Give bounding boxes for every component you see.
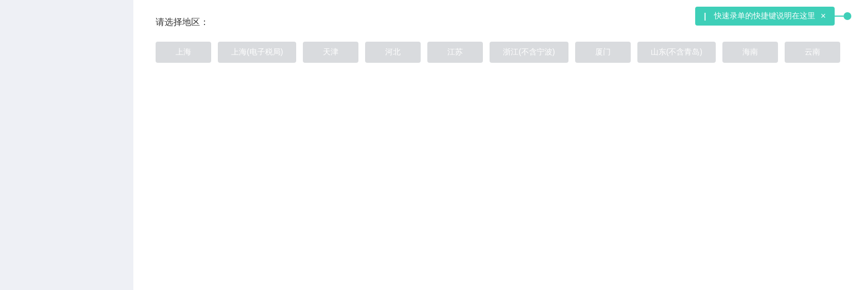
region-button-yunnan[interactable]: 云南 bbox=[785, 42, 840, 63]
region-button-zhejiang[interactable]: 浙江(不含宁波) bbox=[490, 42, 568, 63]
region-button-xiamen[interactable]: 厦门 bbox=[575, 42, 631, 63]
region-buttons: 上海上海(电子税局)天津河北江苏浙江(不含宁波)厦门山东(不含青岛)海南云南 bbox=[156, 42, 846, 63]
region-button-tianjin[interactable]: 天津 bbox=[303, 42, 358, 63]
region-button-shanghai[interactable]: 上海 bbox=[156, 42, 211, 63]
region-button-hebei[interactable]: 河北 bbox=[365, 42, 421, 63]
region-button-hainan[interactable]: 海南 bbox=[722, 42, 778, 63]
region-button-shandong[interactable]: 山东(不含青岛) bbox=[637, 42, 716, 63]
region-button-shanghai-etax[interactable]: 上海(电子税局) bbox=[218, 42, 296, 63]
tooltip-banner: 快速录单的快捷键说明在这里 × bbox=[695, 7, 835, 26]
sidebar bbox=[0, 0, 133, 290]
tooltip-text: 快速录单的快捷键说明在这里 bbox=[714, 11, 815, 21]
tooltip-line bbox=[834, 16, 844, 17]
region-button-jiangsu[interactable]: 江苏 bbox=[427, 42, 483, 63]
tooltip-close-button[interactable]: × bbox=[821, 12, 826, 21]
tooltip-dot bbox=[844, 12, 851, 20]
main-content: 请选择地区： 上海上海(电子税局)天津河北江苏浙江(不含宁波)厦门山东(不含青岛… bbox=[133, 0, 868, 290]
